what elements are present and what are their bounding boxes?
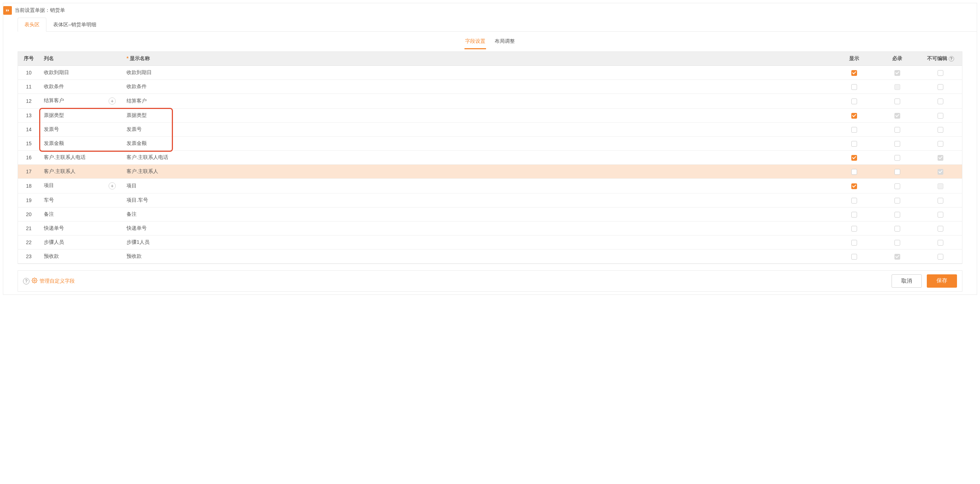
cell-display-name[interactable]: 快递单号: [122, 221, 833, 236]
cell-display-name[interactable]: 步骤1人员: [122, 236, 833, 250]
cell-display-name[interactable]: 票据类型: [122, 108, 833, 123]
table-row[interactable]: 15发票金额发票金额: [18, 137, 962, 151]
checkbox: [937, 183, 943, 189]
cell-display-name[interactable]: 收款条件: [122, 80, 833, 94]
col-readonly-label: 不可编辑: [927, 56, 947, 61]
cell-display-name[interactable]: 客户.主联系人电话: [122, 151, 833, 165]
checkbox[interactable]: [851, 240, 857, 245]
cell-name: 票据类型: [40, 108, 122, 123]
cell-display-name[interactable]: 备注: [122, 207, 833, 221]
checkbox[interactable]: [894, 155, 900, 161]
cell-required: [876, 250, 919, 264]
checkbox[interactable]: [851, 84, 857, 90]
cell-seq: 20: [18, 207, 40, 221]
plus-icon[interactable]: +: [108, 182, 116, 189]
cell-display-name[interactable]: 项目: [122, 179, 833, 193]
table-row[interactable]: 23预收款预收款: [18, 250, 962, 264]
checkbox[interactable]: [894, 198, 900, 204]
checkbox[interactable]: [937, 99, 943, 104]
checkbox[interactable]: [894, 141, 900, 147]
cell-readonly: [919, 165, 962, 179]
cancel-button[interactable]: 取消: [892, 274, 922, 288]
checkbox: [894, 84, 900, 90]
help-icon[interactable]: ?: [949, 56, 954, 62]
checkbox[interactable]: [937, 198, 943, 204]
cell-display-name[interactable]: 收款到期日: [122, 66, 833, 80]
table-row[interactable]: 13票据类型票据类型: [18, 108, 962, 123]
checkbox[interactable]: [851, 155, 857, 161]
checkbox[interactable]: [894, 99, 900, 104]
checkbox[interactable]: [937, 141, 943, 147]
cell-display-name[interactable]: 客户.主联系人: [122, 165, 833, 179]
checkbox[interactable]: [851, 198, 857, 204]
plus-icon[interactable]: +: [108, 97, 116, 105]
table-row[interactable]: 14发票号发票号: [18, 123, 962, 137]
question-icon[interactable]: ?: [23, 278, 29, 285]
table-row[interactable]: 10收款到期日收款到期日: [18, 66, 962, 80]
cell-required: [876, 236, 919, 250]
cell-display-name[interactable]: 结算客户: [122, 94, 833, 108]
tab-primary-1[interactable]: 表体区–销货单明细: [46, 18, 103, 32]
checkbox[interactable]: [894, 183, 900, 189]
cell-display-name[interactable]: 预收款: [122, 250, 833, 264]
checkbox[interactable]: [851, 99, 857, 104]
table-row[interactable]: 12结算客户+结算客户: [18, 94, 962, 108]
footer-left: ? 管理自定义字段: [23, 278, 75, 285]
checkbox[interactable]: [937, 113, 943, 119]
checkbox[interactable]: [937, 70, 943, 76]
table-row[interactable]: 17客户.主联系人客户.主联系人: [18, 165, 962, 179]
checkbox[interactable]: [851, 169, 857, 175]
table-body: 10收款到期日收款到期日11收款条件收款条件12结算客户+结算客户13票据类型票…: [18, 66, 962, 264]
checkbox[interactable]: [937, 212, 943, 218]
cell-show: [833, 123, 876, 137]
checkbox[interactable]: [851, 70, 857, 76]
subtab-0[interactable]: 字段设置: [465, 36, 486, 49]
cell-display-name[interactable]: 发票金额: [122, 137, 833, 151]
cell-display-name[interactable]: 项目.车号: [122, 193, 833, 207]
table-row[interactable]: 22步骤人员步骤1人员: [18, 236, 962, 250]
cell-name-text: 票据类型: [44, 112, 64, 118]
tab-primary-0[interactable]: 表头区: [18, 18, 46, 32]
cell-name-text: 收款到期日: [44, 69, 69, 75]
cell-show: [833, 236, 876, 250]
checkbox[interactable]: [937, 254, 943, 260]
table-row[interactable]: 18项目+项目: [18, 179, 962, 193]
expand-panel-button[interactable]: [3, 6, 12, 15]
cell-seq: 13: [18, 108, 40, 123]
topbar: 当前设置单据：销货单: [3, 3, 977, 15]
checkbox[interactable]: [851, 141, 857, 147]
checkbox[interactable]: [937, 226, 943, 232]
checkbox[interactable]: [894, 127, 900, 133]
checkbox[interactable]: [851, 127, 857, 133]
table-row[interactable]: 16客户.主联系人电话客户.主联系人电话: [18, 151, 962, 165]
checkbox[interactable]: [937, 127, 943, 133]
checkbox[interactable]: [894, 240, 900, 245]
manage-custom-fields-link[interactable]: 管理自定义字段: [40, 278, 75, 285]
footer: ? 管理自定义字段 取消 保存: [18, 271, 963, 291]
checkbox[interactable]: [851, 113, 857, 119]
table-row[interactable]: 11收款条件收款条件: [18, 80, 962, 94]
cell-seq: 10: [18, 66, 40, 80]
table-row[interactable]: 19车号项目.车号: [18, 193, 962, 207]
table-row[interactable]: 20备注备注: [18, 207, 962, 221]
cell-name: 车号: [40, 193, 122, 207]
checkbox[interactable]: [894, 226, 900, 232]
subtab-1[interactable]: 布局调整: [494, 36, 515, 49]
checkbox[interactable]: [894, 212, 900, 218]
cell-required: [876, 66, 919, 80]
cell-seq: 18: [18, 179, 40, 193]
save-button[interactable]: 保存: [927, 274, 957, 288]
checkbox[interactable]: [894, 169, 900, 175]
checkbox[interactable]: [851, 254, 857, 260]
checkbox[interactable]: [937, 240, 943, 245]
table-row[interactable]: 21快递单号快递单号: [18, 221, 962, 236]
checkbox[interactable]: [851, 183, 857, 189]
cell-display-name[interactable]: 发票号: [122, 123, 833, 137]
col-show: 显示: [833, 52, 876, 66]
checkbox[interactable]: [937, 84, 943, 90]
checkbox[interactable]: [851, 212, 857, 218]
cell-show: [833, 80, 876, 94]
cell-seq: 14: [18, 123, 40, 137]
cell-readonly: [919, 151, 962, 165]
checkbox[interactable]: [851, 226, 857, 232]
